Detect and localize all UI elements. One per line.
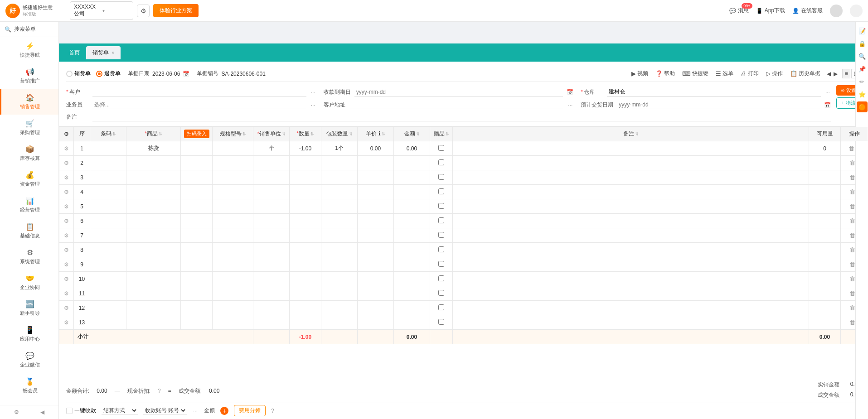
col-price-header[interactable]: 单价 ℹ⇅ [358,127,394,141]
trial-button[interactable]: 体验行业方案 [153,4,199,17]
col-barcode-header[interactable]: 条码⇅ [90,127,126,141]
payment-account-select[interactable]: 收款账号 账号 [143,407,187,414]
row-delete-icon-8[interactable]: 🗑 [849,246,855,253]
user-avatar-2[interactable] [850,5,863,17]
row-qty-1[interactable]: -1.00 [290,141,321,156]
expected-date-wrapper[interactable] [617,101,820,109]
row-delete-icon-13[interactable]: 🗑 [849,319,855,326]
row-delete-icon-3[interactable]: 🗑 [849,174,855,181]
col-remark-header[interactable]: 备注⇅ [453,127,809,141]
online-service-item[interactable]: 👤 在线客服 [792,7,823,14]
row-delete-icon-9[interactable]: 🗑 [849,261,855,268]
col-pack-header[interactable]: 包装数量⇅ [321,127,358,141]
col-qty-header[interactable]: *数量⇅ [290,127,321,141]
account-dots-btn[interactable]: ··· [192,407,199,415]
expected-date-picker-icon[interactable]: 📅 [824,102,831,108]
warehouse-wrapper[interactable]: 建材仓 [607,87,821,97]
expense-split-btn[interactable]: 费用分摊 [234,405,266,416]
scan-btn[interactable]: 扫码录入 [184,130,209,138]
row-remark-1[interactable] [453,141,809,156]
tab-home[interactable]: 首页 [63,46,86,59]
row-delete-icon-4[interactable]: 🗑 [849,188,855,195]
expense-help-icon[interactable]: ? [271,408,274,414]
sidebar-collapse-icon[interactable]: ◀ [40,409,44,415]
one-click-payment-checkbox[interactable]: 一键收款 [66,407,96,414]
add-payment-btn[interactable]: + [220,407,228,415]
salesperson-input[interactable] [94,101,305,108]
discount-info-icon[interactable]: ? [158,388,161,394]
row-gift-1[interactable] [430,141,453,156]
customer-addr-input[interactable] [352,101,562,108]
due-date-wrapper[interactable] [354,88,563,96]
customer-input[interactable] [94,89,305,95]
sidebar-item-purchase[interactable]: 🛒 采购管理 [0,115,58,140]
customer-dots-btn[interactable]: ··· [310,88,316,96]
tab-sale-order[interactable]: 销货单 × [86,46,121,59]
row-unit-1[interactable]: 个 [253,141,290,156]
col-unit-header[interactable]: *销售单位⇅ [253,127,290,141]
sidebar-item-marketing[interactable]: 📢 营销推广 [0,63,58,89]
radio-return[interactable]: 退货单 [96,70,121,77]
shortcut-btn[interactable]: ⌨ 快捷键 [680,69,710,78]
sidebar-item-app-center[interactable]: 📱 应用中心 [0,321,58,347]
sidebar-item-basic-info[interactable]: 📋 基础信息 [0,218,58,244]
message-icon-item[interactable]: 💬 消息 99+ [729,7,749,14]
radio-sale[interactable]: 销货单 [66,70,91,77]
help-btn[interactable]: ❓ 帮助 [654,69,677,78]
sidebar-item-newbie[interactable]: 🆕 新手引导 [0,295,58,321]
row-delete-icon-10[interactable]: 🗑 [849,275,855,282]
payment-method-select[interactable]: 结算方式 [102,407,138,414]
settings-btn[interactable]: ⚙ [137,5,150,17]
customer-input-wrapper[interactable] [92,88,306,96]
sidebar-item-inventory[interactable]: 📦 库存核算 [0,140,58,166]
sidebar-item-system[interactable]: ⚙ 系统管理 [0,244,58,270]
row-delete-icon-6[interactable]: 🗑 [849,217,855,224]
tab-close-icon[interactable]: × [112,50,114,55]
col-settings-header[interactable]: ⚙ [59,127,74,141]
rsp-pin-icon[interactable]: 📌 [857,63,868,74]
sidebar-settings-icon[interactable]: ⚙ [14,409,19,415]
sidebar-item-enterprise[interactable]: 🤝 企业协同 [0,270,58,295]
nav-next-icon[interactable]: ▶ [833,70,839,78]
sidebar-item-wechat[interactable]: 💬 企业微信 [0,347,58,373]
print-btn[interactable]: 🖨 打印 [739,69,761,78]
app-download-item[interactable]: 📱 App下载 [756,7,785,14]
expected-date-input[interactable] [619,101,819,108]
rsp-search-icon[interactable]: 🔍 [857,51,868,62]
row-delete-icon-12[interactable]: 🗑 [849,304,855,311]
date-picker-icon[interactable]: 📅 [183,71,189,77]
sidebar-item-quick-nav[interactable]: ⚡ 快捷导航 [0,37,58,63]
rsp-edit-icon[interactable]: ✏ [857,76,868,87]
row-delete-icon-2[interactable]: 🗑 [849,159,855,166]
row-barcode-1[interactable] [90,141,126,156]
sidebar-item-capital[interactable]: 💰 资金管理 [0,166,58,192]
rsp-active-icon[interactable]: 🟠 [857,101,868,112]
due-date-picker-icon[interactable]: 📅 [567,89,573,95]
sidebar-item-member[interactable]: 🏅 畅会员 [0,373,58,399]
sidebar-item-sales[interactable]: 🏠 销售管理 [0,89,58,115]
remark-input[interactable] [94,114,829,120]
company-selector[interactable]: XXXXXX公司 ▾ [70,1,133,20]
row-delete-icon-11[interactable]: 🗑 [849,290,855,297]
due-date-input[interactable] [356,89,562,95]
warehouse-dots-btn[interactable]: ··· [824,88,831,96]
salesperson-wrapper[interactable] [92,101,306,109]
addr-dots-btn[interactable]: ··· [567,101,573,109]
sidebar-search[interactable]: 🔍 搜索菜单 [0,22,58,37]
col-spec-header[interactable]: 规格型号⇅ [213,127,253,141]
operation-btn[interactable]: ▷ 操作 [764,69,785,78]
user-avatar[interactable] [830,5,843,17]
row-spec-1[interactable] [213,141,253,156]
row-delete-icon-1[interactable]: 🗑 [849,145,854,152]
customer-addr-wrapper[interactable] [350,101,564,109]
view-list-btn[interactable]: ≡ [842,69,850,78]
rsp-note-icon[interactable]: 📝 [857,25,868,36]
row-price-1[interactable]: 0.00 [358,141,394,156]
sidebar-item-operations[interactable]: 📊 经营管理 [0,192,58,218]
col-amount-header[interactable]: 金额⇅ [394,127,430,141]
row-settings-1[interactable]: ⚙ [59,141,74,156]
remark-wrapper[interactable] [92,113,831,121]
rsp-star-icon[interactable]: ⭐ [857,89,868,100]
row-delete-icon-7[interactable]: 🗑 [849,232,855,239]
row-delete-icon-5[interactable]: 🗑 [849,203,855,210]
